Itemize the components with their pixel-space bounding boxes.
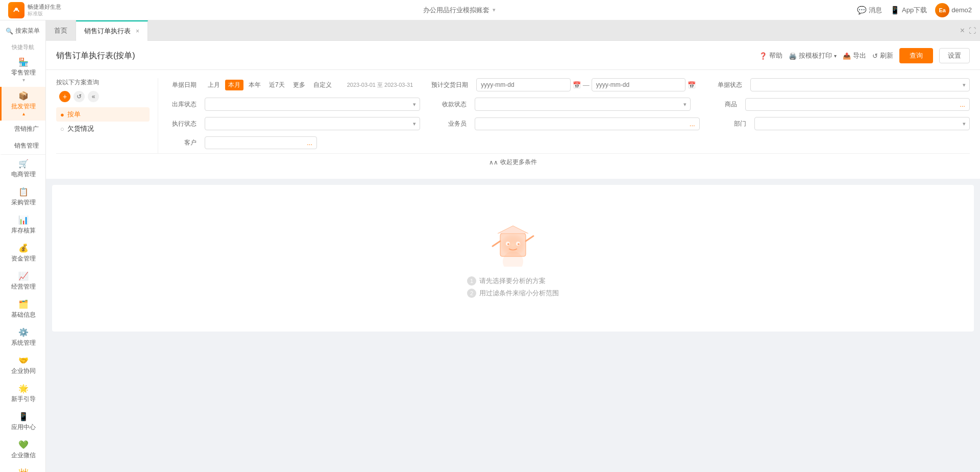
- goods-more-btn[interactable]: ...: [960, 101, 965, 108]
- inactive-scheme-icon: ○: [60, 125, 64, 133]
- customer-input[interactable]: [209, 139, 307, 147]
- collapse-bar: ∧∧ 收起更多条件: [56, 153, 970, 171]
- add-scheme-btn[interactable]: +: [59, 91, 70, 102]
- dept-label: 部门: [718, 120, 746, 128]
- sidebar-item-ecommerce[interactable]: 🛒 电商管理: [0, 154, 45, 183]
- sidebar-item-app-center[interactable]: 📱 应用中心: [0, 408, 45, 436]
- message-btn[interactable]: 💬 消息: [857, 6, 882, 15]
- exec-status-select[interactable]: [205, 117, 420, 130]
- date-btn-7days[interactable]: 近7天: [266, 80, 288, 90]
- payment-status-select[interactable]: [475, 98, 690, 111]
- sidebar-item-retail[interactable]: 🏪 零售管理 ▾: [0, 53, 45, 87]
- date-btn-this-month[interactable]: 本月: [225, 80, 243, 90]
- tab-home[interactable]: 首页: [46, 20, 76, 41]
- search-menu-btn[interactable]: 🔍 搜索菜单: [4, 25, 41, 37]
- sidebar-item-purchase[interactable]: 📋 采购管理: [0, 183, 45, 211]
- expected-date-end[interactable]: [592, 78, 685, 91]
- app-download-btn[interactable]: 📱 App下载: [890, 6, 927, 15]
- customer-more-btn[interactable]: ...: [307, 139, 312, 147]
- query-button[interactable]: 查询: [899, 48, 933, 63]
- step-num-1: 1: [467, 276, 476, 286]
- doc-status-wrap: [750, 78, 970, 91]
- wholesale-icon: 📦: [18, 91, 29, 101]
- svg-point-5: [507, 243, 509, 245]
- empty-illustration: [487, 216, 538, 268]
- expected-date-range: 📅 — 📅: [476, 78, 696, 91]
- collapse-scheme-btn[interactable]: «: [88, 91, 99, 102]
- customer-input-wrap: ...: [205, 136, 317, 149]
- sidebar-item-sales[interactable]: 销售管理: [0, 137, 45, 154]
- empty-icon-svg: [487, 216, 538, 267]
- scheme-item-order[interactable]: ● 按单: [56, 107, 150, 122]
- sidebar-item-newbie[interactable]: 🌟 新手引导: [0, 380, 45, 408]
- sidebar-item-inventory[interactable]: 📊 库存核算: [0, 211, 45, 239]
- doc-status-select[interactable]: [750, 78, 970, 91]
- expected-date-label: 预计交货日期: [431, 81, 468, 89]
- dept-select[interactable]: [754, 117, 970, 130]
- out-status-select[interactable]: [205, 98, 420, 111]
- window-expand-btn[interactable]: ⛶: [969, 27, 976, 35]
- export-btn[interactable]: 📤 导出: [843, 51, 866, 60]
- tab-sales-order[interactable]: 销售订单执行表 ×: [76, 20, 148, 41]
- user-menu[interactable]: Ea demo2: [935, 3, 972, 17]
- setting-button[interactable]: 设置: [939, 48, 970, 63]
- customer-label: 客户: [168, 138, 197, 147]
- refresh-scheme-btn[interactable]: ↺: [74, 91, 85, 102]
- date-separator: —: [583, 81, 590, 89]
- salesperson-input[interactable]: [479, 120, 689, 127]
- finance-icon: 💰: [18, 243, 29, 253]
- app-center-icon: 📱: [18, 412, 29, 421]
- refresh-btn[interactable]: ↺ 刷新: [872, 51, 893, 60]
- member-icon: 👑: [18, 468, 29, 472]
- sidebar-item-operations[interactable]: 📈 经营管理: [0, 267, 45, 295]
- page-title: 销售订单执行表(按单): [56, 51, 135, 61]
- retail-icon: 🏪: [18, 57, 29, 67]
- scheme-item-shortage[interactable]: ○ 欠货情况: [56, 122, 150, 136]
- newbie-icon: 🌟: [18, 384, 29, 393]
- salesperson-more-btn[interactable]: ...: [690, 120, 695, 128]
- sidebar-item-system[interactable]: ⚙️ 系统管理: [0, 323, 45, 351]
- empty-step-1: 1 请先选择要分析的方案: [467, 276, 559, 286]
- expected-date-start[interactable]: [476, 78, 570, 91]
- date-btn-last-month[interactable]: 上月: [205, 80, 223, 90]
- date-btn-this-year[interactable]: 本年: [246, 80, 264, 90]
- print-arrow: ▾: [834, 53, 837, 59]
- print-btn[interactable]: 🖨️ 按模板打印 ▾: [789, 51, 837, 60]
- header-actions: ❓ 帮助 🖨️ 按模板打印 ▾ 📤 导出 ↺: [759, 48, 970, 63]
- filter-panel: 按以下方案查询 + ↺ « ● 按单: [46, 70, 980, 179]
- sidebar-item-wechat[interactable]: 💚 企业微信: [0, 436, 45, 464]
- tab-close-btn[interactable]: ×: [136, 28, 139, 35]
- sidebar-item-enterprise[interactable]: 🤝 企业协同: [0, 351, 45, 380]
- collapse-btn[interactable]: ∧∧ 收起更多条件: [489, 158, 537, 167]
- sidebar-item-wholesale[interactable]: 📦 批发管理 ▴: [0, 87, 45, 121]
- window-close-btn[interactable]: ×: [960, 26, 965, 35]
- quick-nav-label: 快捷导航: [0, 41, 45, 53]
- mobile-icon: 📱: [890, 6, 900, 15]
- svg-point-6: [518, 243, 520, 245]
- date-btn-more[interactable]: 更多: [290, 80, 308, 90]
- filter-scheme-label: 按以下方案查询: [56, 78, 99, 87]
- top-menu[interactable]: 办公用品行业模拟账套 ▾: [423, 6, 496, 15]
- empty-steps-list: 1 请先选择要分析的方案 2 用过滤条件来缩小分析范围: [467, 276, 559, 301]
- top-right: 💬 消息 📱 App下载 Ea demo2: [857, 3, 972, 17]
- enterprise-icon: 🤝: [18, 356, 29, 365]
- sidebar-item-marketing[interactable]: 营销推广: [0, 121, 45, 137]
- tab-bar-actions: × ⛶: [960, 26, 980, 35]
- empty-state: 1 请先选择要分析的方案 2 用过滤条件来缩小分析范围: [52, 185, 974, 332]
- content-area: 首页 销售订单执行表 × × ⛶ 销售订单执行表(按单): [46, 20, 980, 472]
- app-container: 畅捷通好生意 标准版 办公用品行业模拟账套 ▾ 💬 消息 📱 App下载 Ea …: [0, 0, 980, 472]
- exec-status-label: 执行状态: [168, 120, 197, 128]
- logo-text: 畅捷通好生意 标准版: [28, 3, 61, 17]
- date-btn-custom[interactable]: 自定义: [310, 80, 335, 90]
- date-quick-filter: 上月 本月 本年 近7天 更多 自定义: [205, 80, 335, 90]
- goods-input[interactable]: [750, 101, 960, 108]
- search-icon: 🔍: [6, 28, 13, 35]
- inventory-icon: 📊: [18, 215, 29, 225]
- out-status-label: 出库状态: [168, 100, 197, 109]
- sidebar-item-finance[interactable]: 💰 资金管理: [0, 239, 45, 267]
- sidebar-item-member[interactable]: 👑 畅会员: [0, 464, 45, 472]
- date-range-display: 2023-03-01 至 2023-03-31: [347, 81, 413, 89]
- help-btn[interactable]: ❓ 帮助: [759, 51, 782, 60]
- sidebar-item-basic-info[interactable]: 🗂️ 基础信息: [0, 295, 45, 323]
- sidebar: 🔍 搜索菜单 快捷导航 🏪 零售管理 ▾ 📦 批发管理 ▴ 营销推广 销售管理: [0, 20, 46, 472]
